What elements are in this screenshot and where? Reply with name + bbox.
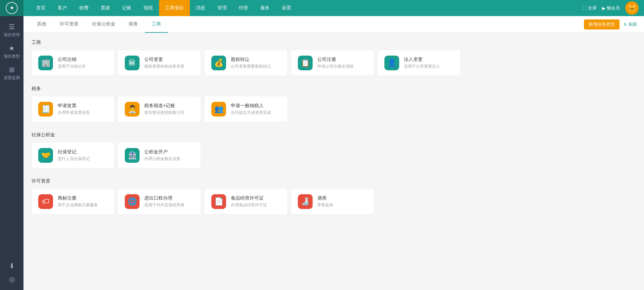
card-icon-2-0: 🤝 — [38, 148, 53, 163]
card-text-1-2: 申请一般纳税人当月或次月成变更完成 — [231, 103, 271, 116]
fullscreen-btn[interactable]: ⛶ 全屏 — [582, 5, 597, 11]
card-desc-0-1: 股权变更外的业务变更 — [144, 64, 184, 69]
card-title-2-1: 公积金开户 — [144, 149, 180, 155]
card-desc-2-1: 办理公积金相关业务 — [144, 156, 180, 162]
nav-item-1[interactable]: 客户 — [52, 0, 73, 16]
nav-right: ⛶ 全屏 ▶ 畅会员 🐱 — [582, 1, 644, 15]
download-icon[interactable]: ⬇ — [9, 262, 15, 270]
fullscreen-label: 全屏 — [588, 5, 597, 11]
card-text-3-3: 酒类零售批发 — [317, 195, 333, 208]
progress-icon: ⊞ — [9, 66, 15, 74]
service-card-3-1[interactable]: 🌐进出口权办理适用于对外贸易经营者 — [118, 189, 201, 214]
tab-2[interactable]: 社保公积金 — [85, 16, 122, 33]
tab-1[interactable]: 税务 — [122, 16, 145, 33]
card-desc-1-2: 当月或次月成变更完成 — [231, 110, 271, 116]
project-manage-icon: ☰ — [9, 23, 15, 31]
service-card-2-1[interactable]: 🏦公积金开户办理公积金相关业务 — [118, 143, 201, 168]
card-desc-3-0: 用于企业商标注册服务 — [58, 202, 98, 208]
card-title-1-1: 税务报道+记账 — [144, 103, 184, 109]
add-type-button[interactable]: 新增业务类型 — [584, 19, 620, 29]
card-title-0-2: 股权转让 — [231, 57, 271, 63]
fullscreen-icon: ⛶ — [582, 6, 587, 11]
card-title-3-3: 酒类 — [317, 195, 333, 201]
sidebar-item-project-manage[interactable]: ☰ 项目管理 — [0, 19, 23, 41]
service-card-3-3[interactable]: 🍶酒类零售批发 — [291, 189, 374, 214]
nav-item-5[interactable]: 报税 — [138, 0, 159, 16]
service-card-0-0[interactable]: 🏢公司注销适用于注销公司 — [32, 50, 114, 76]
card-title-0-4: 法人变更 — [404, 57, 440, 63]
tab-4[interactable]: 其他 — [30, 16, 53, 33]
card-title-3-1: 进出口权办理 — [144, 195, 184, 201]
card-title-0-0: 公司注销 — [58, 57, 86, 63]
tab-actions: 新增业务类型 ↻ 刷新 — [584, 16, 637, 33]
card-text-2-0: 社保登记进行人员社保登记 — [58, 149, 90, 162]
card-text-3-0: 商标注册用于企业商标注册服务 — [58, 195, 98, 208]
service-card-3-2[interactable]: 📄食品经营许可证办理食品经营许可证 — [205, 189, 287, 214]
content-area: 其他许可资质社保公积金税务工商 新增业务类型 ↻ 刷新 工商🏢公司注销适用于注销… — [23, 16, 644, 290]
card-desc-0-3: 申请公司注册全流程 — [317, 64, 354, 69]
service-card-1-0[interactable]: 🧾申请发票办理申请发票业务 — [32, 96, 114, 122]
tab-0[interactable]: 工商 — [145, 16, 168, 33]
service-card-2-0[interactable]: 🤝社保登记进行人员社保登记 — [32, 143, 114, 168]
card-text-0-2: 股权转让公司变更需要股权转让 — [231, 57, 271, 69]
card-desc-1-1: 拿到营业执照的新公司 — [144, 110, 184, 116]
nav-item-7[interactable]: 消息 — [190, 0, 211, 16]
card-title-1-2: 申请一般纳税人 — [231, 103, 271, 109]
card-text-3-2: 食品经营许可证办理食品经营许可证 — [231, 195, 267, 208]
sidebar-item-progress[interactable]: ⊞ 进度监测 — [0, 62, 23, 84]
nav-item-10[interactable]: 服务 — [254, 0, 276, 16]
nav-item-9[interactable]: 经营 — [233, 0, 254, 16]
vip-btn[interactable]: ▶ 畅会员 — [602, 5, 620, 11]
service-card-1-1[interactable]: 👨‍💼税务报道+记账拿到营业执照的新公司 — [118, 96, 201, 122]
card-icon-0-1: 🏛 — [125, 56, 140, 70]
card-title-1-0: 申请发票 — [58, 103, 90, 109]
card-icon-2-1: 🏦 — [125, 148, 140, 163]
card-icon-1-2: 👥 — [211, 102, 226, 117]
card-desc-3-2: 办理食品经营许可证 — [231, 202, 267, 208]
service-card-0-1[interactable]: 🏛公司变更股权变更外的业务变更 — [118, 50, 201, 76]
card-text-1-1: 税务报道+记账拿到营业执照的新公司 — [144, 103, 184, 116]
vip-icon: ▶ — [602, 6, 605, 11]
nav-item-8[interactable]: 管理 — [211, 0, 233, 16]
cards-grid-3: 🏷商标注册用于企业商标注册服务🌐进出口权办理适用于对外贸易经营者📄食品经营许可证… — [32, 189, 636, 214]
sidebar-label-project-type: 项目类型 — [4, 54, 20, 59]
card-desc-3-3: 零售批发 — [317, 202, 333, 208]
tab-3[interactable]: 许可资质 — [53, 16, 85, 33]
service-card-0-3[interactable]: 📋公司注册申请公司注册全流程 — [291, 50, 374, 76]
tab-bar: 其他许可资质社保公积金税务工商 新增业务类型 ↻ 刷新 — [23, 16, 644, 33]
sidebar-label-progress: 进度监测 — [4, 75, 20, 81]
card-desc-0-2: 公司变更需要股权转让 — [231, 64, 271, 69]
nav-item-2[interactable]: 收费 — [73, 0, 95, 16]
sidebar-item-project-type[interactable]: ★ 项目类型 — [0, 41, 23, 62]
card-title-0-1: 公司变更 — [144, 57, 184, 63]
card-desc-0-4: 适用于公司变更法人 — [404, 64, 440, 69]
nav-item-6[interactable]: 工商项目 — [159, 0, 190, 16]
avatar-mascot: 🐱 — [625, 1, 639, 15]
card-icon-3-1: 🌐 — [125, 194, 140, 209]
service-card-0-4[interactable]: 👤法人变更适用于公司变更法人 — [378, 50, 460, 76]
card-desc-0-0: 适用于注销公司 — [58, 64, 86, 69]
card-icon-1-0: 🧾 — [38, 102, 53, 117]
sidebar: ☰ 项目管理 ★ 项目类型 ⊞ 进度监测 ⬇ ◎ — [0, 16, 23, 290]
card-text-0-3: 公司注册申请公司注册全流程 — [317, 57, 354, 69]
nav-item-3[interactable]: 票据 — [95, 0, 116, 16]
service-card-1-2[interactable]: 👥申请一般纳税人当月或次月成变更完成 — [205, 96, 287, 122]
nav-item-0[interactable]: 首页 — [30, 0, 52, 16]
card-text-0-0: 公司注销适用于注销公司 — [58, 57, 86, 69]
logo-area: ✦ — [0, 0, 23, 16]
card-title-3-0: 商标注册 — [58, 195, 98, 201]
card-text-3-1: 进出口权办理适用于对外贸易经营者 — [144, 195, 184, 208]
location-icon[interactable]: ◎ — [9, 275, 15, 283]
sidebar-bottom: ⬇ ◎ — [9, 262, 15, 283]
service-card-3-0[interactable]: 🏷商标注册用于企业商标注册服务 — [32, 189, 114, 214]
section-title-0: 工商 — [32, 40, 636, 46]
card-icon-3-2: 📄 — [211, 194, 226, 209]
nav-items: 首页客户收费票据记账报税工商项目消息管理经营服务设置 — [23, 0, 582, 16]
refresh-button[interactable]: ↻ 刷新 — [624, 21, 637, 27]
nav-item-11[interactable]: 设置 — [276, 0, 297, 16]
card-icon-0-0: 🏢 — [38, 56, 53, 70]
card-desc-2-0: 进行人员社保登记 — [58, 156, 90, 162]
nav-item-4[interactable]: 记账 — [116, 0, 138, 16]
card-icon-1-1: 👨‍💼 — [125, 102, 140, 117]
service-card-0-2[interactable]: 💰股权转让公司变更需要股权转让 — [205, 50, 287, 76]
